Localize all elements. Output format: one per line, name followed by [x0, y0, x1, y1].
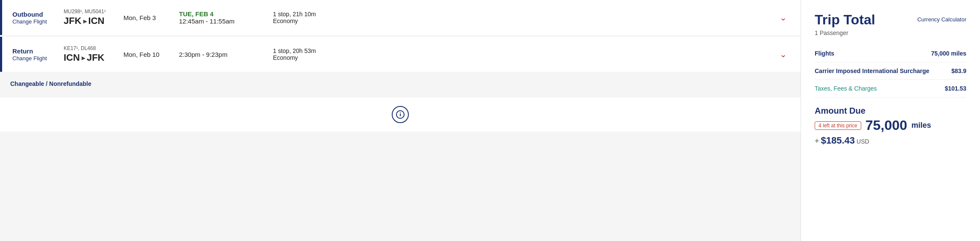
right-panel: Trip Total Currency Calculator 1 Passeng… [801, 0, 980, 241]
return-cabin: Economy [273, 54, 341, 61]
miles-label: miles [912, 121, 931, 130]
info-icon [396, 110, 405, 119]
outbound-stops: 1 stop, 21h 10m [273, 11, 341, 18]
flights-summary-row: Flights 75,000 miles [815, 45, 966, 62]
return-change-flight-link[interactable]: Change Flight [12, 55, 47, 62]
amount-due-row: 4 left at this price 75,000 miles [815, 118, 966, 133]
amount-due-label: Amount Due [815, 106, 966, 116]
outbound-codes: MU298¹, MU5041¹ [64, 9, 123, 15]
return-time-range: 2:30pm - 9:23pm [179, 51, 273, 58]
outbound-time-range: 12:45am - 11:55am [179, 18, 273, 25]
surcharge-value: $83.9 [951, 68, 966, 74]
outbound-arrow: ▸ [83, 17, 87, 25]
outbound-type: Outbound [12, 11, 64, 18]
left-at-price-badge: 4 left at this price [815, 121, 861, 130]
return-flight-info: KE17¹, DL468 ICN ▸ JFK Mon, Feb 10 2:30p… [64, 45, 776, 63]
flights-value: 75,000 miles [931, 50, 966, 57]
dollar-amount: $185.43 [821, 135, 855, 146]
return-time-block: 2:30pm - 9:23pm [179, 51, 273, 58]
outbound-time-block: TUE, FEB 4 12:45am - 11:55am [179, 10, 273, 25]
outbound-cabin: Economy [273, 18, 341, 24]
outbound-date-block: Mon, Feb 3 [123, 14, 179, 21]
return-arrow: ▸ [82, 54, 85, 62]
return-codes: KE17¹, DL468 [64, 45, 123, 51]
outbound-label: Outbound Change Flight [12, 11, 64, 25]
outbound-flight-info: MU298¹, MU5041¹ JFK ▸ ICN Mon, Feb 3 TUE… [64, 9, 776, 26]
return-date-block: Mon, Feb 10 [123, 51, 179, 58]
return-stops-block: 1 stop, 20h 53m Economy [273, 47, 341, 61]
return-destination: JFK [87, 52, 105, 63]
miles-amount: 75,000 [866, 118, 907, 133]
return-route: ICN ▸ JFK [64, 52, 123, 63]
return-code-block: KE17¹, DL468 ICN ▸ JFK [64, 45, 123, 63]
outbound-date: Mon, Feb 3 [123, 14, 179, 21]
return-origin: ICN [64, 52, 80, 63]
circle-icon [392, 106, 409, 123]
outbound-stops-block: 1 stop, 21h 10m Economy [273, 11, 341, 24]
return-expand-button[interactable]: ⌄ [776, 47, 790, 61]
return-flight-card: Return Change Flight KE17¹, DL468 ICN ▸ … [0, 37, 801, 72]
taxes-value: $101.53 [945, 85, 966, 92]
plus-sign: + [815, 137, 819, 146]
svg-point-2 [400, 112, 401, 113]
trip-total-header: Trip Total Currency Calculator [815, 12, 966, 28]
return-label: Return Change Flight [12, 47, 64, 62]
taxes-summary-row: Taxes, Fees & Charges $101.53 [815, 80, 966, 97]
trip-total-title: Trip Total [815, 12, 875, 28]
surcharge-label: Carrier Imposed International Surcharge [815, 68, 929, 74]
outbound-expand-button[interactable]: ⌄ [776, 11, 790, 24]
flights-label: Flights [815, 50, 834, 57]
outbound-destination: ICN [88, 15, 105, 26]
taxes-label: Taxes, Fees & Charges [815, 85, 877, 92]
outbound-route: JFK ▸ ICN [64, 15, 123, 26]
return-date: Mon, Feb 10 [123, 51, 179, 58]
outbound-time-highlight: TUE, FEB 4 [179, 10, 273, 18]
outbound-origin: JFK [64, 15, 82, 26]
outbound-change-flight-link[interactable]: Change Flight [12, 18, 47, 25]
left-panel: Outbound Change Flight MU298¹, MU5041¹ J… [0, 0, 801, 241]
outbound-flight-card: Outbound Change Flight MU298¹, MU5041¹ J… [0, 0, 801, 35]
return-stops: 1 stop, 20h 53m [273, 47, 341, 54]
passengers-count: 1 Passenger [815, 29, 966, 36]
usd-label: USD [857, 138, 869, 145]
currency-calculator-link[interactable]: Currency Calculator [917, 16, 966, 23]
bottom-card [0, 97, 801, 132]
surcharge-summary-row: Carrier Imposed International Surcharge … [815, 62, 966, 80]
plus-amount-row: + $185.43 USD [815, 135, 966, 146]
return-type: Return [12, 47, 64, 55]
outbound-code-block: MU298¹, MU5041¹ JFK ▸ ICN [64, 9, 123, 26]
changeable-note: Changeable / Nonrefundable [0, 73, 801, 94]
amount-due-section: Amount Due 4 left at this price 75,000 m… [815, 106, 966, 146]
